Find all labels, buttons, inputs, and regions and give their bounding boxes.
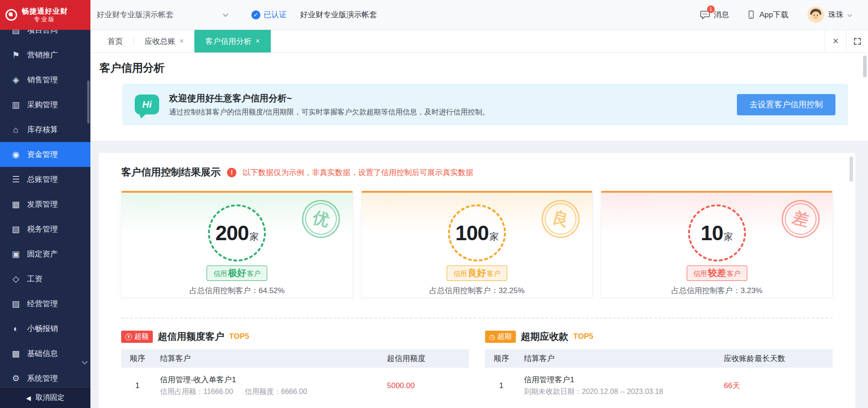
gear-icon: ⚙	[11, 373, 21, 384]
top5-label: TOP5	[573, 332, 593, 341]
credit-level-badge: 信用良好客户	[447, 266, 507, 281]
sidebar-item-label: 小畅报销	[27, 323, 58, 334]
sidebar-item-general-ledger[interactable]: ☰总账管理	[0, 167, 90, 192]
column-header: 顺序	[121, 349, 154, 368]
tab-home[interactable]: 首页	[97, 30, 134, 52]
brand-logo-icon	[5, 9, 17, 21]
yen-circle-icon: ¥	[125, 333, 132, 340]
contract-icon: ▤	[11, 30, 21, 35]
brand-logo[interactable]: 畅捷通好业财 专业版	[0, 0, 90, 30]
gauge-ring: 10 家	[688, 204, 746, 261]
certified-icon: ✓	[251, 10, 260, 19]
brand-name-line2: 专业版	[22, 16, 68, 23]
sidebar-item-expense[interactable]: ◐小畅报销	[0, 316, 90, 341]
overdue-table: 顺序 结算客户 应收账龄最长天数 1 信用管理客户1	[485, 349, 833, 402]
page-header-section: 客户信用分析 Hi 欢迎使用好生意客户信用分析~ 通过控制结算客户的信用额度/信…	[90, 53, 868, 141]
card-icon: ◇	[11, 274, 21, 284]
page-scrollbar[interactable]	[863, 56, 867, 77]
sidebar-item-purchasing[interactable]: ▥采购管理	[0, 92, 90, 117]
credit-level-badge: 信用极好客户	[207, 266, 267, 281]
warehouse-icon: ⌂	[11, 125, 21, 135]
warning-icon: !	[227, 168, 236, 177]
tab-credit-analysis[interactable]: 客户信用分析 ×	[194, 30, 270, 52]
sidebar-item-label: 基础信息	[27, 348, 58, 359]
hi-text: Hi	[142, 99, 152, 110]
tab-tools: ×	[825, 30, 868, 52]
account-name: 好业财专业版演示帐套	[300, 9, 377, 20]
sidebar-item-invoices[interactable]: ▦发票管理	[0, 192, 90, 217]
flag-icon: ⚑	[11, 50, 21, 60]
app-root: 畅捷通好业财 专业版 ▤项目合同 ⚑营销推广 ◈销售管理 ▥采购管理 ⌂库存核算…	[0, 0, 868, 408]
over-limit-amount: 5000.00	[381, 368, 469, 402]
dashed-divider	[121, 318, 833, 318]
sidebar-item-tax[interactable]: ▧税务管理	[0, 217, 90, 242]
table-header-row: 顺序 结算客户 超信用额度	[121, 349, 469, 368]
sidebar-item-label: 销售管理	[27, 75, 58, 85]
setup-credit-control-button[interactable]: 去设置客户信用控制	[737, 94, 835, 115]
credit-card-good: 良 100 家 信用良好客户 占总信用控制客户：32.25%	[361, 191, 593, 298]
overdue-section: ◷ 超期 超期应收款 TOP5 顺序 结算客户 应收账龄最	[485, 330, 833, 402]
sidebar-menu: ▤项目合同 ⚑营销推广 ◈销售管理 ▥采购管理 ⌂库存核算 ◉资金管理 ☰总账管…	[0, 30, 90, 387]
column-header: 结算客户	[154, 349, 381, 368]
sidebar-item-label: 税务管理	[27, 224, 58, 234]
gauge-ring: 200 家	[208, 204, 266, 261]
unpin-label: 取消固定	[35, 393, 64, 403]
app-download-button[interactable]: App下载	[746, 9, 788, 20]
sidebar-item-base-info[interactable]: ▩基础信息	[0, 341, 90, 366]
sidebar-item-inventory[interactable]: ⌂库存核算	[0, 117, 90, 142]
close-tab-icon[interactable]: ×	[179, 38, 184, 45]
ledger-icon: ☰	[11, 174, 21, 185]
overdue-header: ◷ 超期 超期应收款 TOP5	[485, 330, 833, 343]
tab-receivables-ledger[interactable]: 应收总账 ×	[134, 30, 194, 52]
tabbar: 首页 应收总账 × 客户信用分析 × ×	[90, 30, 868, 53]
grid-icon: ▩	[11, 348, 21, 359]
content-area: 客户信用分析 Hi 欢迎使用好生意客户信用分析~ 通过控制结算客户的信用额度/信…	[90, 53, 868, 408]
sidebar-item-system[interactable]: ⚙系统管理	[0, 366, 90, 387]
credit-card-excellent: 优 200 家 信用极好客户 占总信用控制客户：64.52%	[121, 191, 353, 298]
table-row: 1 信用管理客户1 到期未收款日期：2020.12.08 -- 2023.03.…	[485, 368, 833, 402]
fullscreen-button[interactable]	[846, 30, 868, 52]
close-all-tabs-button[interactable]: ×	[825, 30, 846, 52]
top5-tables: ¥ 超额 超信用额度客户 TOP5 顺序 结算客户 超信用	[121, 330, 833, 402]
sidebar-item-label: 采购管理	[27, 100, 58, 110]
column-header: 顺序	[485, 349, 518, 368]
sidebar-item-sales[interactable]: ◈销售管理	[0, 67, 90, 92]
avatar	[807, 6, 824, 23]
panel-scrollbar[interactable]	[849, 157, 853, 182]
sidebar-item-fixed-assets[interactable]: ▣固定资产	[0, 242, 90, 266]
messages-button[interactable]: 1 消息	[700, 9, 729, 20]
row-customer: 信用管理-收入单客户1 信用占用额：11666.00 信用额度：6666.00	[154, 368, 381, 402]
sidebar-item-marketing[interactable]: ⚑营销推广	[0, 43, 90, 67]
customer-name: 信用管理-收入单客户1	[160, 375, 374, 385]
column-header: 结算客户	[518, 349, 717, 368]
credit-level-badge: 信用较差客户	[687, 266, 747, 281]
sidebar-scrollbar[interactable]	[87, 81, 90, 123]
sidebar-item-payroll[interactable]: ◇工资	[0, 266, 90, 291]
sidebar-item-project-contract[interactable]: ▤项目合同	[0, 30, 90, 43]
sidebar-item-operations[interactable]: ▨经营管理	[0, 291, 90, 316]
chevron-down-icon	[223, 11, 229, 17]
account-selector[interactable]: 好业财专业版演示帐套	[97, 9, 230, 20]
customer-count: 10	[701, 221, 723, 245]
sample-data-notice: 以下数据仅为示例，非真实数据，设置了信用控制后可展示真实数据	[243, 167, 473, 178]
expense-icon: ◐	[11, 324, 21, 334]
tab-label: 应收总账	[145, 36, 175, 47]
sidebar-item-label: 总账管理	[27, 174, 58, 185]
sidebar-item-funds[interactable]: ◉资金管理	[0, 142, 90, 167]
certified-badge: ✓ 已认证	[251, 9, 287, 20]
topbar: 好业财专业版演示帐套 ✓ 已认证 好业财专业版演示帐套 1 消息 App下载	[90, 0, 868, 30]
bag-icon: ▥	[11, 100, 21, 110]
unpin-button[interactable]: ◀ 取消固定	[0, 387, 90, 408]
diamond-icon: ◈	[11, 75, 21, 85]
banner-subtitle: 通过控制结算客户的信用额度/信用期限，可实时掌握客户欠款超期等信用信息，及时进行…	[169, 108, 727, 117]
results-header: 客户信用控制结果展示 ! 以下数据仅为示例，非真实数据，设置了信用控制后可展示真…	[121, 166, 833, 179]
user-menu[interactable]: 珠珠	[807, 6, 854, 23]
account-selector-label: 好业财专业版演示帐套	[97, 9, 174, 20]
hi-bubble-icon: Hi	[135, 95, 159, 114]
over-limit-badge: ¥ 超额	[121, 331, 153, 343]
sidebar-item-label: 系统管理	[27, 373, 58, 384]
gauge-ring: 100 家	[448, 204, 506, 261]
sidebar-item-label: 项目合同	[27, 30, 58, 35]
close-tab-icon[interactable]: ×	[255, 38, 259, 45]
credit-cards-row: 优 200 家 信用极好客户 占总信用控制客户：64.52% 良	[121, 191, 833, 298]
